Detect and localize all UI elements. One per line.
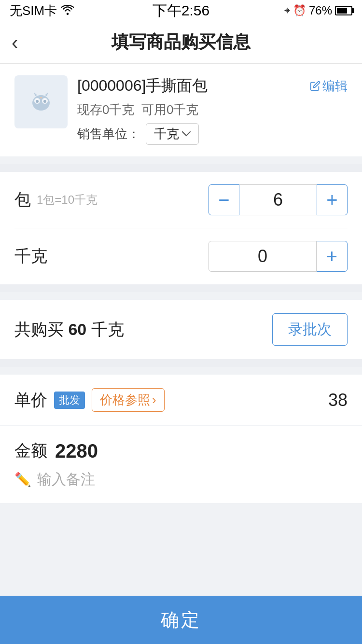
- status-right: ⌖ ⏰ 76%: [284, 4, 352, 17]
- svg-point-4: [43, 100, 46, 103]
- price-value: 38: [328, 390, 348, 410]
- bottom-padding: [0, 503, 362, 559]
- amount-label: 金额: [14, 440, 47, 462]
- qty-input-kg[interactable]: [209, 241, 317, 272]
- product-name: [0000006]手撕面包: [77, 75, 208, 97]
- battery-text: 76%: [309, 4, 332, 17]
- quantity-control-kg: +: [209, 241, 348, 272]
- location-icon: ⌖: [284, 4, 290, 17]
- qty-plus-bao[interactable]: +: [317, 184, 348, 215]
- quantity-row-bao: 包 1包=10千克 − +: [14, 172, 348, 228]
- svg-marker-7: [45, 92, 48, 96]
- qty-plus-kg[interactable]: +: [317, 241, 348, 272]
- wifi-icon: [61, 3, 74, 18]
- alarm-icon: ⏰: [293, 4, 306, 17]
- product-stock: 现存0千克 可用0千克: [77, 101, 348, 118]
- product-unit-row: 销售单位： 千克: [77, 123, 348, 145]
- quantity-hint-bao: 1包=10千克: [37, 192, 97, 208]
- batch-button[interactable]: 录批次: [272, 313, 348, 346]
- price-section: 单价 批发 价格参照 › 38: [0, 375, 362, 425]
- price-ref-button[interactable]: 价格参照 ›: [92, 388, 165, 412]
- carrier-text: 无SIM卡: [10, 2, 57, 19]
- status-bar: 无SIM卡 下午2:56 ⌖ ⏰ 76%: [0, 0, 362, 21]
- total-section: 共购买 60 千克 录批次: [0, 300, 362, 359]
- nav-bar: ‹ 填写商品购买信息: [0, 21, 362, 64]
- product-info: [0000006]手撕面包 编辑 现存0千克 可用0千克 销售单位： 千克: [77, 75, 348, 145]
- total-text: 共购买 60 千克: [14, 319, 124, 341]
- quantity-section: 包 1包=10千克 − + 千克 +: [0, 172, 362, 284]
- status-left: 无SIM卡: [10, 2, 74, 19]
- section-separator-1: [0, 164, 362, 172]
- amount-row: 金额 2280: [14, 440, 348, 462]
- quantity-label-bao: 包 1包=10千克: [14, 189, 97, 211]
- confirm-button[interactable]: 确定: [0, 596, 362, 644]
- amount-value: 2280: [55, 440, 98, 462]
- pencil-icon: ✏️: [14, 472, 31, 488]
- svg-marker-6: [34, 92, 37, 96]
- battery-icon: [335, 6, 352, 15]
- unit-select[interactable]: 千克: [146, 123, 199, 145]
- qty-minus-bao[interactable]: −: [209, 184, 239, 215]
- price-left: 单价 批发 价格参照 ›: [14, 388, 165, 412]
- price-label: 单价: [14, 389, 47, 411]
- product-card: [0000006]手撕面包 编辑 现存0千克 可用0千克 销售单位： 千克: [0, 64, 362, 156]
- status-time: 下午2:56: [153, 1, 209, 21]
- section-separator-2: [0, 284, 362, 292]
- remark-row[interactable]: ✏️ 输入备注: [14, 470, 348, 490]
- page-title: 填写商品购买信息: [111, 30, 251, 54]
- section-separator-3: [0, 359, 362, 367]
- price-badge: 批发: [54, 392, 85, 409]
- remark-label: 输入备注: [37, 470, 95, 490]
- quantity-row-kg: 千克 +: [14, 228, 348, 284]
- product-thumbnail: [14, 75, 68, 128]
- svg-point-3: [36, 100, 39, 103]
- quantity-label-kg: 千克: [14, 245, 47, 267]
- qty-input-bao[interactable]: [239, 184, 317, 215]
- back-button[interactable]: ‹: [12, 33, 18, 52]
- edit-button[interactable]: 编辑: [310, 78, 348, 95]
- quantity-control-bao: − +: [209, 184, 348, 215]
- amount-section: 金额 2280 ✏️ 输入备注: [0, 426, 362, 503]
